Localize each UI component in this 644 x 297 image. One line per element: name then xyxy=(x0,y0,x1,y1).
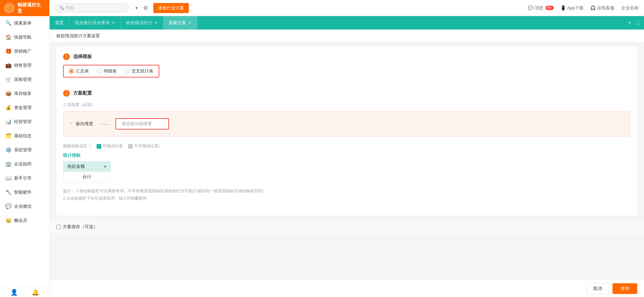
sidebar-item-label: 新手引导 xyxy=(14,175,32,181)
tab-new-plan[interactable]: 新建方案 ✕ xyxy=(163,16,197,30)
sidebar-item-finance[interactable]: 💰 资金管理 xyxy=(0,101,49,115)
sidebar-item-search[interactable]: 🔍 搜索菜单 xyxy=(0,16,49,30)
sidebar-item-label: 经营管理 xyxy=(14,119,32,125)
tab-new-plan-close[interactable]: ✕ xyxy=(188,20,192,25)
tab-receipts-close[interactable]: ✕ xyxy=(154,20,158,25)
groupby-dimension-select[interactable]: 请选择分组维度 xyxy=(115,118,169,130)
user-label: 企业名称 xyxy=(621,5,639,11)
query-button[interactable]: 查询 xyxy=(612,283,637,294)
sidebar-item-inventory[interactable]: 📦 库存核算 xyxy=(0,87,49,101)
radio-summary[interactable]: 汇总表 xyxy=(69,68,89,74)
logo-text: 畅捷通好生意 xyxy=(17,2,45,14)
breadcrumb: 收款情况统计方案设置 xyxy=(56,33,100,38)
sidebar-item-enterprise[interactable]: 🏢 企业协同 xyxy=(0,157,49,171)
save-checkbox[interactable] xyxy=(56,225,61,229)
service-item[interactable]: 🎧 在线客服 xyxy=(590,5,614,11)
nodrag-indicator: 不可拖动位置） xyxy=(128,143,162,149)
dimension-label: 汇总维度（必选） xyxy=(63,102,631,108)
system-icon: ⚙️ xyxy=(5,147,11,153)
save-label-text: 方案保存（可选） xyxy=(63,224,98,230)
sales-icon: 💼 xyxy=(5,62,11,68)
sidebar-item-sales[interactable]: 💼 销售管理 xyxy=(0,58,49,72)
tab-cashflow-close[interactable]: ✕ xyxy=(112,20,115,25)
sidebar-item-hardware[interactable]: 🔧 智能硬件 xyxy=(0,185,49,199)
download-item[interactable]: 📱 App下载 xyxy=(560,5,584,11)
stat-dropdown-icon[interactable]: ▾ xyxy=(104,164,106,169)
purchase-icon: 🛒 xyxy=(5,77,11,83)
sidebar-item-label: 销售管理 xyxy=(14,62,32,68)
dimension-area: * 纵向维度 —— 请选择分组维度 xyxy=(63,111,631,137)
dimension-row: * 纵向维度 —— 请选择分组维度 xyxy=(70,118,624,130)
tips-section: 提示： 1.拖动标题栏可以调整布局，不可跨维度或指标区域拖动栏目字段(只能在同一… xyxy=(63,188,631,202)
step1-num: 1 xyxy=(63,53,70,60)
indicator-label-row: 模板指标设定（ 可拖动位置 不可拖动位置） xyxy=(63,143,631,149)
tab-expand-icon[interactable]: ⛶ xyxy=(636,20,640,26)
sidebar-item-label: 采购管理 xyxy=(14,77,32,83)
search-icon: 🔍 xyxy=(5,20,11,26)
dimension-label-text: 汇总维度（必选） xyxy=(63,102,95,107)
sidebar-item-label: 搜索菜单 xyxy=(14,20,32,26)
topbar-right: 💬 消息 99+ 📱 App下载 🎧 在线客服 企业名称 xyxy=(528,5,639,11)
tab-home[interactable]: 首页 xyxy=(50,16,69,30)
radio-crosstab[interactable]: 交叉统计表 xyxy=(125,68,153,74)
content-area: 收款情况统计方案设置 1 选择模板 汇总表 明细表 xyxy=(50,30,644,280)
required-star: * xyxy=(70,121,72,127)
sidebar-item-basic[interactable]: 🗂️ 基础信息 xyxy=(0,129,49,143)
service-icon: 🎧 xyxy=(590,5,596,10)
page-header: 收款情况统计方案设置 xyxy=(50,30,644,43)
notification-item[interactable]: 💬 消息 99+ xyxy=(528,5,554,11)
topbar-dropdown-arrow[interactable]: ▾ xyxy=(136,5,138,10)
download-icon: 📱 xyxy=(560,5,566,10)
nodrag-label-text: 不可拖动位置） xyxy=(134,143,162,149)
sidebar-item-quicknav[interactable]: 🏠 快捷导航 xyxy=(0,30,49,44)
stat-table: 收款金额 ▾ 合计 xyxy=(63,161,111,182)
save-checkbox-label[interactable]: 方案保存（可选） xyxy=(56,224,98,230)
sidebar-item-label: 快捷导航 xyxy=(14,34,32,40)
stat-table-cell: 合计 xyxy=(63,172,110,182)
dimension-row-label: 纵向维度 xyxy=(76,121,93,127)
tab-receipts[interactable]: 收款情况统计 ✕ xyxy=(121,16,163,30)
notification-badge: 99+ xyxy=(545,6,554,10)
stat-table-header[interactable]: 收款金额 ▾ xyxy=(63,161,110,172)
sidebar-item-purchase[interactable]: 🛒 采购管理 xyxy=(0,72,49,87)
tab-home-label: 首页 xyxy=(55,20,64,26)
hardware-icon: 🔧 xyxy=(5,189,11,195)
sidebar-item-label: 企业协同 xyxy=(14,161,32,167)
industry-solution-button[interactable]: 体验行业方案 xyxy=(153,3,189,13)
step1-section: 1 选择模板 汇总表 明细表 交叉统计表 xyxy=(63,53,631,78)
sidebar-item-label: 企业微信 xyxy=(14,203,32,209)
step2-header: 2 方案配置 xyxy=(63,90,631,97)
guide-icon: 📖 xyxy=(5,175,11,181)
logo-icon: 🔶 xyxy=(4,3,15,13)
cancel-button[interactable]: 取消 xyxy=(586,283,609,294)
radio-detail[interactable]: 明细表 xyxy=(97,68,117,74)
settings-icon[interactable]: ⚙ xyxy=(143,5,148,11)
search-placeholder-text: 搜索 xyxy=(66,5,74,11)
sidebar-item-management[interactable]: 📊 经营管理 xyxy=(0,115,49,129)
step1-header: 1 选择模板 xyxy=(63,53,631,60)
tab-cashflow[interactable]: 现金银行流水查询 ✕ xyxy=(69,16,121,30)
tabbar-right: ✕ ⛶ xyxy=(628,16,644,30)
sidebar-item-wechat[interactable]: 💬 企业微信 xyxy=(0,199,49,213)
sidebar: 🔶 畅捷通好生意 🔍 搜索菜单 🏠 快捷导航 🎁 营销推广 💼 销售管理 🛒 采… xyxy=(0,0,50,297)
tab-receipts-label: 收款情况统计 xyxy=(126,20,152,26)
sidebar-item-label: 基础信息 xyxy=(14,133,32,139)
sidebar-bottom-icon1[interactable]: 👤 xyxy=(10,289,18,296)
sidebar-item-guide[interactable]: 📖 新手引导 xyxy=(0,171,49,185)
user-item[interactable]: 企业名称 xyxy=(621,5,639,11)
stat-column-label: 收款金额 xyxy=(67,163,85,169)
sidebar-item-member[interactable]: 👑 畅会员 xyxy=(0,213,49,228)
tab-cashflow-label: 现金银行流水查询 xyxy=(75,20,110,26)
tab-new-plan-label: 新建方案 xyxy=(169,20,186,26)
drag-label-text: 可拖动位置 xyxy=(103,143,123,149)
sidebar-bottom-icon2[interactable]: 🔔 xyxy=(32,289,39,296)
tip1: 提示： 1.拖动标题栏可以调整布局，不可跨维度或指标区域拖动栏目字段(只能在同一… xyxy=(63,188,631,195)
service-label: 在线客服 xyxy=(597,5,614,11)
radio-detail-label: 明细表 xyxy=(104,68,117,74)
sidebar-item-system[interactable]: ⚙️ 系统管理 xyxy=(0,143,49,157)
tab-close-all-icon[interactable]: ✕ xyxy=(628,20,632,26)
drag-box-icon xyxy=(97,144,101,149)
sidebar-item-marketing[interactable]: 🎁 营销推广 xyxy=(0,44,49,58)
marketing-icon: 🎁 xyxy=(5,48,11,54)
sidebar-item-label: 营销推广 xyxy=(14,48,32,54)
